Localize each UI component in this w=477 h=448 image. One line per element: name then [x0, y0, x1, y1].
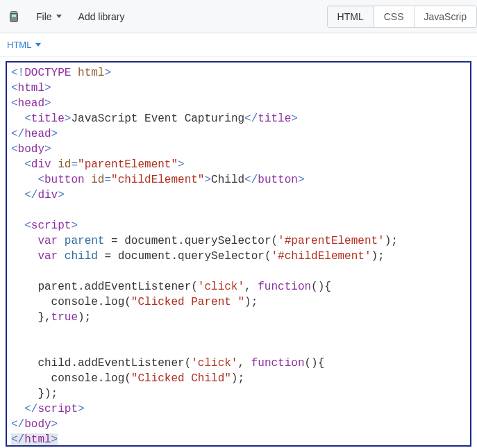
- add-library-button[interactable]: Add library: [72, 7, 132, 26]
- file-label: File: [36, 11, 52, 22]
- editor-subbar: HTML: [0, 33, 477, 57]
- tab-css[interactable]: CSS: [374, 6, 414, 27]
- code-editor[interactable]: <!DOCTYPE html> <html> <head> <title>Jav…: [6, 61, 471, 447]
- tab-html[interactable]: HTML: [328, 6, 374, 27]
- panel-tabs: HTML CSS JavaScrip: [327, 6, 477, 28]
- jsbin-logo-icon: [6, 8, 22, 25]
- chevron-down-icon: [35, 43, 41, 47]
- code-content: <!DOCTYPE html> <html> <head> <title>Jav…: [7, 63, 470, 447]
- chevron-down-icon: [56, 15, 62, 18]
- language-label: HTML: [7, 40, 31, 50]
- language-dropdown[interactable]: HTML: [7, 40, 41, 50]
- svg-rect-1: [10, 11, 17, 13]
- svg-rect-2: [11, 14, 16, 17]
- tab-javascript[interactable]: JavaScrip: [414, 6, 476, 27]
- file-menu[interactable]: File: [29, 7, 69, 26]
- toolbar: File Add library HTML CSS JavaScrip: [0, 0, 477, 33]
- addlib-label: Add library: [78, 11, 125, 22]
